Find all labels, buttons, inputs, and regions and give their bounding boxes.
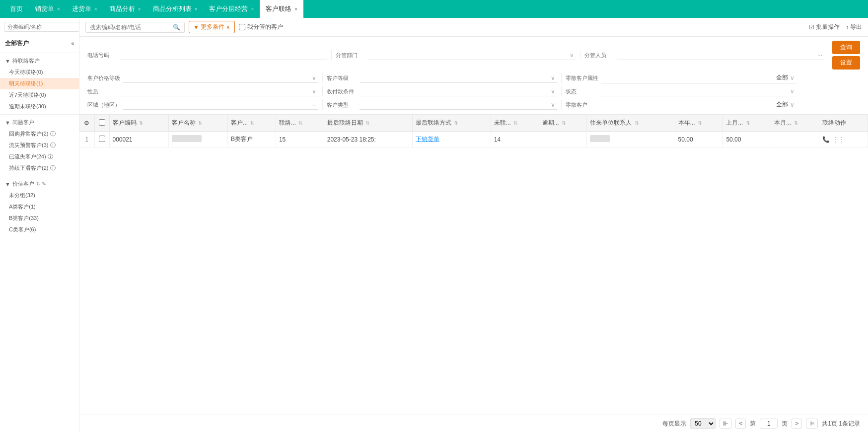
col-last-contact-date[interactable]: 最后联络日期 ⇅ — [324, 115, 412, 132]
nav-product-analysis[interactable]: 商品分析 × — [103, 0, 147, 18]
page-size-select[interactable]: 50 100 200 — [690, 418, 716, 429]
last-contact-link[interactable]: 下销货单 — [416, 136, 439, 143]
filter-customer-level-field: 客户等级 ∨ — [327, 73, 558, 83]
col-last-month[interactable]: 上月... ⇅ — [723, 115, 771, 132]
col-code[interactable]: 客户编码 ⇅ — [109, 115, 168, 132]
col-this-month[interactable]: 本月... ⇅ — [771, 115, 819, 132]
col-last-contact-method[interactable]: 最后联络方式 ⇅ — [413, 115, 491, 132]
col-contact-person[interactable]: 往来单位联系人 ⇅ — [587, 115, 675, 132]
col-unreached[interactable]: 未联... ⇅ — [491, 115, 539, 132]
filter-price-level-field: 客户价格等级 ∨ — [87, 73, 318, 83]
last-page-btn[interactable]: ⊫ — [806, 419, 818, 429]
col-checkbox — [94, 115, 109, 132]
settings-btn[interactable]: 设置 — [832, 56, 860, 70]
nav-product-list-close[interactable]: × — [195, 6, 198, 12]
filter-status-field: 状态 ∨ — [566, 87, 796, 96]
col-contact-count[interactable]: 联络... ⇅ — [276, 115, 324, 132]
row-last-contact-method[interactable]: 下销货单 — [413, 132, 491, 147]
query-btn[interactable]: 查询 — [832, 41, 860, 54]
nav-customer-tier-close[interactable]: × — [251, 6, 254, 12]
page-suffix: 页 — [782, 420, 788, 428]
row-action: 📞 ⋮⋮ — [819, 132, 868, 147]
filter-area-arrow: ··· — [311, 101, 316, 108]
nav-purchase[interactable]: 进货单 × — [66, 0, 103, 18]
sidebar-item-c-class[interactable]: C类客户(6) — [0, 224, 79, 235]
next-page-btn[interactable]: > — [792, 419, 802, 429]
nav-customer-contact[interactable]: 客户联络 × — [260, 0, 303, 18]
sidebar-item-abnormal-repurchase[interactable]: 回购异常客户(2) ⓘ — [0, 128, 79, 140]
action-menu-icon[interactable]: ⋮⋮ — [833, 136, 845, 143]
sidebar-item-week-contact[interactable]: 近7天待联络(0) — [0, 89, 79, 101]
nav-sales[interactable]: 销货单 × — [29, 0, 66, 18]
sidebar-pending-contact-header[interactable]: ▼ 待联络客户 — [0, 55, 79, 67]
nav-customer-tier[interactable]: 客户分层经营 × — [203, 0, 260, 18]
select-all-checkbox[interactable] — [99, 119, 105, 126]
col-this-year[interactable]: 本年... ⇅ — [675, 115, 723, 132]
filter-customer-type-arrow: ∨ — [551, 101, 555, 108]
problem-customers-arrow: ▼ — [5, 120, 10, 126]
sidebar-all-customers[interactable]: 全部客户 « — [0, 36, 79, 51]
filter-payment-arrow: ∨ — [551, 88, 555, 95]
filter-price-level-arrow: ∨ — [312, 74, 316, 81]
row-num: 1 — [79, 132, 94, 147]
col-gear[interactable]: ⚙ — [79, 115, 94, 132]
filter-area-select[interactable]: ··· — [123, 100, 318, 110]
current-page-input[interactable] — [760, 419, 778, 429]
toolbar-search-input[interactable] — [90, 24, 173, 31]
filter-phone-input[interactable] — [120, 51, 327, 60]
col-name[interactable]: 客户名称 ⇅ — [168, 115, 227, 132]
sidebar-item-ungrouped[interactable]: 未分组(32) — [0, 190, 79, 201]
export-btn[interactable]: ↑ 导出 — [846, 23, 862, 31]
batch-operation-btn[interactable]: ☑ 批量操作 — [809, 23, 840, 31]
sidebar-item-declining[interactable]: 持续下滑客户(2) ⓘ — [0, 162, 79, 174]
nav-purchase-close[interactable]: × — [94, 6, 97, 12]
sidebar-item-churned[interactable]: 已流失客户(24) ⓘ — [0, 151, 79, 162]
value-customers-edit[interactable]: ✎ — [42, 181, 46, 187]
nav-product-analysis-list[interactable]: 商品分析列表 × — [147, 0, 204, 18]
more-filters-btn[interactable]: ▼ 更多条件 ∧ — [189, 21, 235, 33]
filter-status-select[interactable]: ∨ — [598, 87, 796, 96]
row-checkbox[interactable] — [99, 136, 105, 142]
nav-sales-close[interactable]: × — [57, 6, 60, 12]
col-type[interactable]: 客户... ⇅ — [228, 115, 276, 132]
sidebar-item-churn-warning[interactable]: 流失预警客户(3) ⓘ — [0, 140, 79, 151]
filter-price-level-select[interactable]: ∨ — [123, 73, 318, 83]
filter-nature-select[interactable]: ∨ — [120, 87, 318, 96]
action-phone-icon[interactable]: 📞 — [822, 136, 830, 143]
filter-manager-select[interactable]: ··· — [617, 51, 824, 60]
sidebar-item-tomorrow-contact[interactable]: 明天待联络(1) — [0, 78, 79, 89]
filter-manager-arrow: ··· — [817, 52, 822, 59]
my-customers-checkbox-area[interactable]: 我分管的客户 — [239, 23, 283, 31]
pending-contact-arrow: ▼ — [5, 58, 10, 64]
nav-home[interactable]: 首页 — [4, 0, 29, 18]
sidebar: 🔍 全部客户 « ▼ 待联络客户 今天待联络(0) 明天待联络(1) 近7天待联… — [0, 18, 79, 432]
value-customers-refresh[interactable]: ↻ — [36, 181, 41, 187]
sidebar-item-a-class[interactable]: A类客户(1) — [0, 201, 79, 213]
toolbar-search-icon[interactable]: 🔍 — [173, 24, 180, 31]
filter-customer-level-label: 客户等级 — [327, 74, 357, 82]
prev-page-btn[interactable]: < — [735, 419, 746, 429]
sidebar-search-input[interactable] — [4, 22, 79, 32]
toolbar-search-box[interactable]: 🔍 — [85, 22, 185, 33]
filter-retail-attr-select[interactable]: 全部 ∨ — [601, 72, 796, 83]
sidebar-item-today-contact[interactable]: 今天待联络(0) — [0, 67, 79, 78]
content-area: 🔍 ▼ 更多条件 ∧ 我分管的客户 ☑ 批量操作 ↑ 导出 — [79, 18, 868, 432]
filter-payment-select[interactable]: ∨ — [360, 87, 558, 96]
sidebar-item-overdue-contact[interactable]: 逾期未联络(30) — [0, 101, 79, 112]
row-contact-person-blurred — [590, 135, 610, 142]
filter-retail-attr-label: 零散客户属性 — [566, 74, 598, 82]
my-customers-checkbox[interactable] — [239, 24, 245, 30]
nav-product-analysis-close[interactable]: × — [138, 6, 141, 12]
first-page-btn[interactable]: ⊪ — [720, 419, 731, 429]
sidebar-collapse-icon[interactable]: « — [71, 41, 74, 46]
nav-customer-contact-close[interactable]: × — [294, 6, 297, 12]
filter-customer-level-select[interactable]: ∨ — [360, 73, 558, 83]
sidebar-item-b-class[interactable]: B类客户(33) — [0, 213, 79, 224]
col-overdue[interactable]: 逾期... ⇅ — [539, 115, 587, 132]
filter-retail-customer-select[interactable]: 全部 ∨ — [598, 99, 796, 110]
row-code: 000021 — [109, 132, 168, 147]
filter-dept-select[interactable]: ∨ — [368, 51, 576, 60]
sidebar-problem-customers-header[interactable]: ▼ 问题客户 — [0, 117, 79, 128]
sidebar-value-customers-header[interactable]: ▼ 价值客户 ↻ ✎ — [0, 178, 79, 190]
filter-customer-type-select[interactable]: ∨ — [360, 100, 558, 110]
